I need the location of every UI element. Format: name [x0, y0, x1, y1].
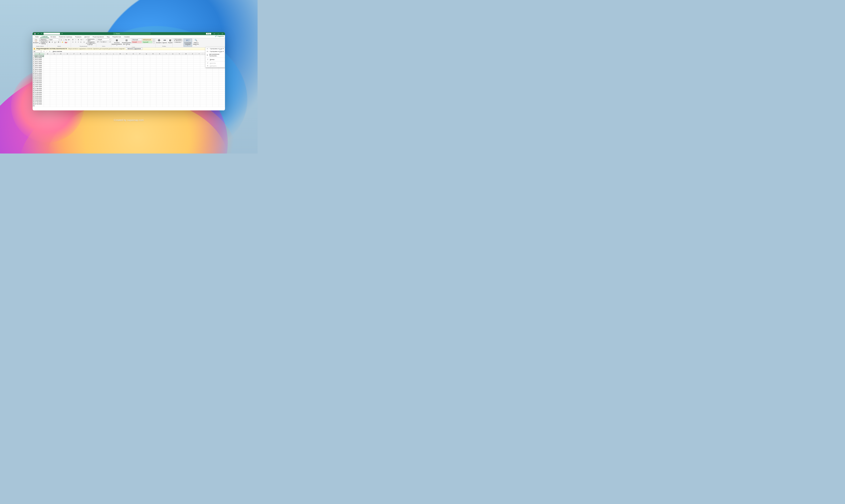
- cell[interactable]: [200, 105, 206, 107]
- cell[interactable]: [125, 92, 131, 93]
- cell[interactable]: [175, 57, 181, 59]
- cell[interactable]: [119, 82, 125, 84]
- cell[interactable]: [188, 105, 194, 107]
- cell[interactable]: 19.07.2021: [35, 84, 44, 86]
- cell[interactable]: [56, 101, 63, 103]
- align-bottom-button[interactable]: ⬇: [77, 39, 80, 41]
- cell[interactable]: [131, 70, 138, 72]
- cell[interactable]: [44, 88, 50, 90]
- cell[interactable]: [94, 55, 100, 57]
- cell[interactable]: [156, 82, 162, 84]
- cell[interactable]: [131, 92, 138, 93]
- cell[interactable]: [75, 55, 82, 57]
- cell[interactable]: [113, 55, 119, 57]
- cell[interactable]: [106, 95, 113, 97]
- cell[interactable]: [63, 82, 69, 84]
- cell[interactable]: [219, 72, 225, 74]
- cell[interactable]: [150, 70, 156, 72]
- cell[interactable]: [88, 105, 94, 107]
- cell[interactable]: [82, 92, 88, 93]
- cell[interactable]: [100, 61, 106, 63]
- cell[interactable]: [125, 74, 131, 76]
- cell[interactable]: [100, 93, 106, 95]
- cell[interactable]: [219, 99, 225, 101]
- cell[interactable]: [150, 69, 156, 71]
- cell[interactable]: [69, 105, 75, 107]
- cell[interactable]: [162, 103, 169, 105]
- cell[interactable]: [131, 84, 138, 86]
- cell[interactable]: [175, 82, 181, 84]
- cell[interactable]: [150, 57, 156, 59]
- cell[interactable]: [194, 69, 200, 71]
- cell[interactable]: [100, 97, 106, 99]
- font-name-select[interactable]: Calibri: [48, 39, 59, 41]
- cell[interactable]: [212, 93, 219, 95]
- cell[interactable]: [119, 76, 125, 78]
- paste-button[interactable]: 📋 Вставить: [33, 39, 38, 44]
- cell[interactable]: [63, 55, 69, 57]
- underline-button[interactable]: Ч: [54, 41, 56, 43]
- cell[interactable]: [106, 97, 113, 99]
- cell[interactable]: [200, 99, 206, 101]
- cell[interactable]: [181, 88, 188, 90]
- cell[interactable]: [119, 61, 125, 63]
- cell[interactable]: [150, 55, 156, 57]
- cell[interactable]: [100, 74, 106, 76]
- cell[interactable]: [82, 67, 88, 69]
- cell[interactable]: [156, 65, 162, 67]
- cell[interactable]: [88, 88, 94, 90]
- cell[interactable]: [131, 97, 138, 99]
- cell[interactable]: [175, 103, 181, 105]
- row-header-9[interactable]: 9: [33, 70, 35, 72]
- cell[interactable]: [200, 72, 206, 74]
- cell[interactable]: [144, 69, 150, 71]
- cell[interactable]: [156, 70, 162, 72]
- cell[interactable]: [44, 101, 50, 103]
- cell[interactable]: [50, 88, 56, 90]
- cell[interactable]: [75, 92, 82, 93]
- cell[interactable]: [194, 76, 200, 78]
- cell[interactable]: 30.11.2021: [35, 63, 44, 65]
- row-header-11[interactable]: 11: [33, 74, 35, 76]
- cell[interactable]: [131, 82, 138, 84]
- cell[interactable]: [88, 61, 94, 63]
- cell[interactable]: [194, 93, 200, 95]
- cell[interactable]: [138, 93, 144, 95]
- cell[interactable]: [69, 70, 75, 72]
- percent-button[interactable]: %: [100, 41, 102, 43]
- cell[interactable]: [181, 78, 188, 80]
- cell[interactable]: [144, 74, 150, 76]
- cell[interactable]: [75, 70, 82, 72]
- cell[interactable]: [94, 93, 100, 95]
- tab-данные[interactable]: Данные: [83, 35, 91, 38]
- cell[interactable]: [119, 84, 125, 86]
- cell[interactable]: [181, 55, 188, 57]
- row-header-12[interactable]: 12: [33, 76, 35, 78]
- row-header-6[interactable]: 6: [33, 65, 35, 67]
- cell[interactable]: [56, 93, 63, 95]
- cell[interactable]: [82, 65, 88, 67]
- cell[interactable]: [150, 59, 156, 61]
- cell[interactable]: [69, 67, 75, 69]
- cell[interactable]: [44, 90, 50, 92]
- cell[interactable]: [113, 84, 119, 86]
- cell[interactable]: [69, 84, 75, 86]
- col-header-I[interactable]: I: [90, 53, 97, 55]
- styles-down-icon[interactable]: ▾: [153, 40, 155, 42]
- cell[interactable]: [106, 101, 113, 103]
- cell[interactable]: [63, 61, 69, 63]
- cell[interactable]: [88, 67, 94, 69]
- row-header-20[interactable]: 20: [33, 92, 35, 93]
- orientation-button[interactable]: ⟲: [80, 39, 82, 41]
- cell[interactable]: [150, 105, 156, 107]
- col-header-G[interactable]: G: [77, 53, 84, 55]
- cell[interactable]: [175, 97, 181, 99]
- copy-button[interactable]: ⎘Копировать▾: [39, 40, 49, 41]
- spreadsheet-grid[interactable]: ABCDEFGHIJKLMNOPQRSTUVWXYZ 1234567891011…: [33, 53, 225, 110]
- cell[interactable]: [50, 82, 56, 84]
- cell[interactable]: [200, 86, 206, 88]
- cell[interactable]: [169, 78, 175, 80]
- cell[interactable]: [119, 70, 125, 72]
- cell[interactable]: [138, 101, 144, 103]
- save-icon[interactable]: 💾: [34, 33, 36, 35]
